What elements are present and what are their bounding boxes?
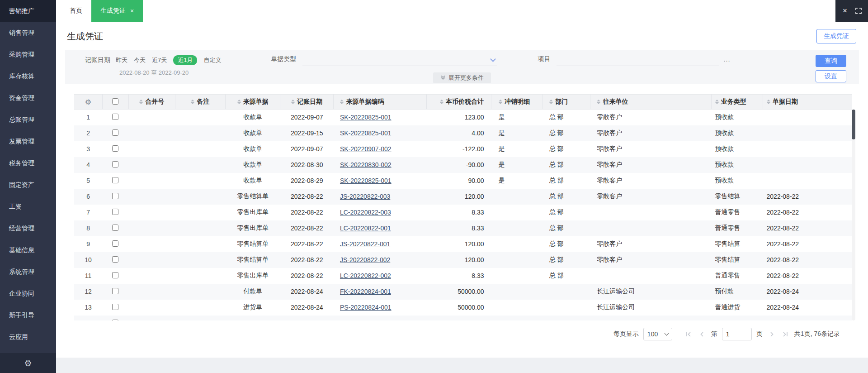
source-code-link[interactable]: FK-20220824-001 <box>340 288 391 295</box>
column-header-amount[interactable]: 本币价税合计 <box>426 95 491 110</box>
search-button[interactable]: 查询 <box>816 55 846 67</box>
sidebar-item-经营管理[interactable]: 经营管理 <box>0 217 56 239</box>
column-header-note[interactable]: 备注 <box>175 95 225 110</box>
source-code-link[interactable]: SK-20220825-001 <box>340 114 392 121</box>
sort-icon[interactable] <box>340 100 344 104</box>
source-code-link[interactable]: SK-20220825-001 <box>340 129 392 137</box>
sidebar-item-发票管理[interactable]: 发票管理 <box>0 130 56 152</box>
table-row[interactable] <box>74 316 852 321</box>
row-checkbox[interactable] <box>112 129 118 136</box>
tab-首页[interactable]: 首页 <box>61 0 91 22</box>
sidebar-item-总账管理[interactable]: 总账管理 <box>0 109 56 130</box>
row-checkbox[interactable] <box>112 161 118 167</box>
sidebar-item-销售管理[interactable]: 销售管理 <box>0 22 56 43</box>
column-header-doc_date[interactable]: 单据日期 <box>763 95 852 110</box>
next-page-button[interactable] <box>767 330 776 339</box>
column-header-writeoff[interactable]: 冲销明细 <box>491 95 543 110</box>
row-checkbox[interactable] <box>112 304 118 310</box>
sort-icon[interactable] <box>237 100 241 104</box>
prev-page-button[interactable] <box>698 330 707 339</box>
column-header-biz_type[interactable]: 业务类型 <box>711 95 763 110</box>
column-header-source_doc[interactable]: 来源单据 <box>226 95 280 110</box>
row-checkbox[interactable] <box>112 240 118 247</box>
table-row[interactable]: 1收款单2022-09-07SK-20220825-001123.00是总 部零… <box>74 110 852 125</box>
sidebar-item-企业协同[interactable]: 企业协同 <box>0 282 56 304</box>
quick-date-近1月[interactable]: 近1月 <box>173 55 197 65</box>
sidebar-item-库存核算[interactable]: 库存核算 <box>0 65 56 87</box>
last-page-button[interactable] <box>781 330 790 339</box>
table-row[interactable]: 12付款单2022-08-24FK-20220824-00150000.00长江… <box>74 284 852 300</box>
quick-date-昨天[interactable]: 昨天 <box>116 56 127 64</box>
sort-icon[interactable] <box>291 100 295 104</box>
source-code-link[interactable]: LC-20220822-003 <box>340 209 391 216</box>
per-page-select[interactable]: 100 <box>643 328 672 340</box>
column-header-book_date[interactable]: 记账日期 <box>280 95 334 110</box>
table-row[interactable]: 8零售出库单2022-08-22LC-20220822-0018.33总 部普通… <box>74 220 852 236</box>
sidebar-item-固定资产[interactable]: 固定资产 <box>0 174 56 196</box>
sort-icon[interactable] <box>499 100 502 104</box>
table-row[interactable]: 13进货单2022-08-24PS-20220824-00150000.00长江… <box>74 300 852 316</box>
row-checkbox[interactable] <box>112 272 118 278</box>
page-number-input[interactable] <box>722 328 752 340</box>
settings-button[interactable]: 设置 <box>816 70 846 82</box>
quick-date-今天[interactable]: 今天 <box>134 56 146 64</box>
row-checkbox[interactable] <box>112 288 118 294</box>
first-page-button[interactable] <box>684 330 693 339</box>
sort-icon[interactable] <box>767 100 770 104</box>
doc-type-select[interactable] <box>302 55 497 66</box>
table-row[interactable]: 6零售结算单2022-08-22JS-20220822-003120.00总 部… <box>74 189 852 205</box>
quick-date-近7天[interactable]: 近7天 <box>152 56 167 64</box>
column-header-partner[interactable]: 往来单位 <box>590 95 711 110</box>
generate-voucher-button[interactable]: 生成凭证 <box>816 29 856 43</box>
vertical-scrollbar[interactable] <box>852 110 855 320</box>
tab-close-icon[interactable]: × <box>130 7 134 14</box>
sidebar-item-新手引导[interactable]: 新手引导 <box>0 304 56 326</box>
source-code-link[interactable]: JS-20220822-003 <box>340 193 390 200</box>
row-checkbox[interactable] <box>112 256 118 263</box>
scrollbar-thumb[interactable] <box>852 110 855 139</box>
table-row[interactable]: 9零售结算单2022-08-22JS-20220822-001120.00总 部… <box>74 236 852 252</box>
sort-icon[interactable] <box>597 100 600 104</box>
row-checkbox[interactable] <box>112 177 118 183</box>
sort-icon[interactable] <box>715 100 719 104</box>
sidebar-item-基础信息[interactable]: 基础信息 <box>0 239 56 261</box>
select-all-checkbox[interactable] <box>112 98 118 105</box>
settings-gear-icon[interactable]: ⚙ <box>24 358 32 368</box>
row-checkbox[interactable] <box>112 320 118 321</box>
row-checkbox[interactable] <box>112 193 118 199</box>
sidebar-item-营销推广[interactable]: 营销推广 <box>0 0 56 22</box>
table-row[interactable]: 2收款单2022-09-15SK-20220825-0014.00是总 部零散客… <box>74 125 852 141</box>
sidebar-item-税务管理[interactable]: 税务管理 <box>0 152 56 174</box>
source-code-link[interactable]: PS-20220824-001 <box>340 304 392 311</box>
row-checkbox[interactable] <box>112 209 118 215</box>
table-row[interactable]: 5收款单2022-08-29SK-20220825-00190.00是总 部零散… <box>74 173 852 189</box>
expand-more-conditions[interactable]: 展开更多条件 <box>433 72 491 83</box>
sidebar-item-云应用[interactable]: 云应用 <box>0 326 56 348</box>
row-checkbox[interactable] <box>112 225 118 231</box>
sidebar-item-工资[interactable]: 工资 <box>0 196 56 217</box>
tab-生成凭证[interactable]: 生成凭证× <box>91 0 143 22</box>
close-window-icon[interactable]: × <box>839 5 851 17</box>
project-picker-ellipsis-icon[interactable]: … <box>723 55 730 63</box>
sidebar-item-系统管理[interactable]: 系统管理 <box>0 261 56 282</box>
row-checkbox[interactable] <box>112 114 118 120</box>
sort-icon[interactable] <box>549 100 553 104</box>
table-row[interactable]: 10零售结算单2022-08-22JS-20220822-002120.00总 … <box>74 252 852 268</box>
sort-icon[interactable] <box>191 100 194 104</box>
column-settings-gear-icon[interactable]: ⚙ <box>85 98 91 106</box>
sort-icon[interactable] <box>440 100 443 104</box>
column-header-source_code[interactable]: 来源单据编码 <box>334 95 426 110</box>
table-row[interactable]: 4收款单2022-08-30SK-20220830-002-90.00是总 部零… <box>74 157 852 173</box>
source-code-link[interactable]: LC-20220822-001 <box>340 225 391 232</box>
sort-icon[interactable] <box>139 100 143 104</box>
row-checkbox[interactable] <box>112 145 118 152</box>
sidebar-item-资金管理[interactable]: 资金管理 <box>0 87 56 109</box>
project-input[interactable] <box>557 55 719 66</box>
column-header-merge_no[interactable]: 合并号 <box>128 95 175 110</box>
source-code-link[interactable]: LC-20220822-002 <box>340 272 391 279</box>
column-header-dept[interactable]: 部门 <box>543 95 590 110</box>
source-code-link[interactable]: SK-20220825-001 <box>340 177 392 184</box>
quick-date-自定义[interactable]: 自定义 <box>203 56 221 64</box>
source-code-link[interactable]: JS-20220822-002 <box>340 256 390 263</box>
source-code-link[interactable]: SK-20220830-002 <box>340 161 392 168</box>
